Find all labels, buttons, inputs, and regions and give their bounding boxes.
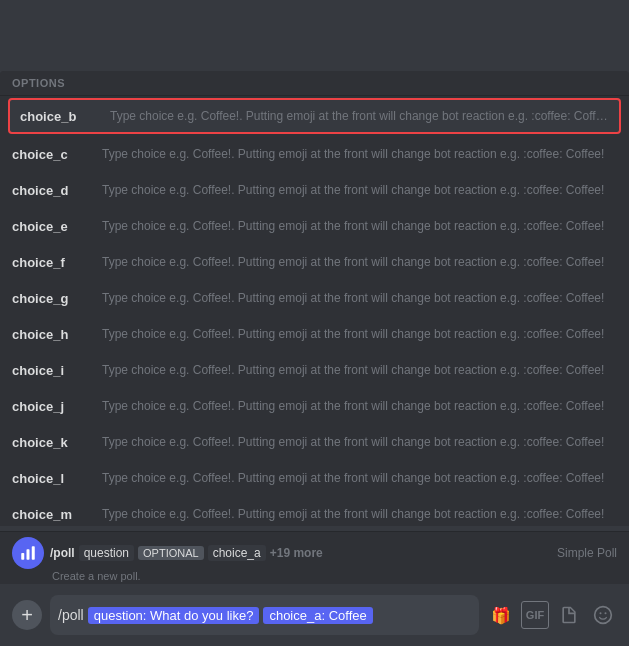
emoji-icon[interactable] xyxy=(589,601,617,629)
list-item[interactable]: choice_hType choice e.g. Coffee!. Puttin… xyxy=(0,316,629,352)
list-item[interactable]: choice_iType choice e.g. Coffee!. Puttin… xyxy=(0,352,629,388)
choice-description: Type choice e.g. Coffee!. Putting emoji … xyxy=(102,435,604,449)
choice-name: choice_d xyxy=(12,183,102,198)
choice-description: Type choice e.g. Coffee!. Putting emoji … xyxy=(102,507,604,521)
input-param-choice: choice_a: Coffee xyxy=(263,607,372,624)
list-item[interactable]: choice_bType choice e.g. Coffee!. Puttin… xyxy=(8,98,621,134)
input-area: + /poll question: What do you like? choi… xyxy=(0,584,629,646)
list-item[interactable]: choice_lType choice e.g. Coffee!. Puttin… xyxy=(0,460,629,496)
cmd-optional-badge: OPTIONAL xyxy=(138,546,204,560)
svg-rect-0 xyxy=(21,553,24,560)
choice-name: choice_b xyxy=(20,109,110,124)
choice-description: Type choice e.g. Coffee!. Putting emoji … xyxy=(102,363,604,377)
list-item[interactable]: choice_cType choice e.g. Coffee!. Puttin… xyxy=(0,136,629,172)
choice-name: choice_l xyxy=(12,471,102,486)
input-param-question: question: What do you like? xyxy=(88,607,260,624)
cmd-slash: /poll xyxy=(50,546,75,560)
list-item[interactable]: choice_fType choice e.g. Coffee!. Puttin… xyxy=(0,244,629,280)
choice-description: Type choice e.g. Coffee!. Putting emoji … xyxy=(102,147,604,161)
cmd-more: +19 more xyxy=(270,546,323,560)
choice-name: choice_h xyxy=(12,327,102,342)
choice-description: Type choice e.g. Coffee!. Putting emoji … xyxy=(102,399,604,413)
list-item[interactable]: choice_dType choice e.g. Coffee!. Puttin… xyxy=(0,172,629,208)
file-icon[interactable] xyxy=(555,601,583,629)
gift-icon[interactable]: 🎁 xyxy=(487,601,515,629)
choice-name: choice_e xyxy=(12,219,102,234)
cmd-param-choice: choice_a xyxy=(208,545,266,561)
command-hint-bar: /poll question OPTIONAL choice_a +19 mor… xyxy=(0,531,629,584)
cmd-sub: Create a new poll. xyxy=(12,570,617,582)
choice-list[interactable]: choice_bType choice e.g. Coffee!. Puttin… xyxy=(0,96,629,526)
svg-point-3 xyxy=(595,607,612,624)
choice-name: choice_c xyxy=(12,147,102,162)
choice-name: choice_f xyxy=(12,255,102,270)
autocomplete-panel: OPTIONS choice_bType choice e.g. Coffee!… xyxy=(0,71,629,526)
svg-point-4 xyxy=(600,612,602,614)
command-tags: /poll question OPTIONAL choice_a +19 mor… xyxy=(50,545,617,561)
choice-name: choice_j xyxy=(12,399,102,414)
list-item[interactable]: choice_jType choice e.g. Coffee!. Puttin… xyxy=(0,388,629,424)
list-item[interactable]: choice_kType choice e.g. Coffee!. Puttin… xyxy=(0,424,629,460)
choice-description: Type choice e.g. Coffee!. Putting emoji … xyxy=(102,255,604,269)
cmd-param-question: question xyxy=(79,545,134,561)
add-button[interactable]: + xyxy=(12,600,42,630)
choice-name: choice_i xyxy=(12,363,102,378)
toolbar-icons: 🎁 GIF xyxy=(487,601,617,629)
list-item[interactable]: choice_gType choice e.g. Coffee!. Puttin… xyxy=(0,280,629,316)
options-header: OPTIONS xyxy=(0,71,629,96)
svg-point-5 xyxy=(605,612,607,614)
gif-button[interactable]: GIF xyxy=(521,601,549,629)
choice-description: Type choice e.g. Coffee!. Putting emoji … xyxy=(102,291,604,305)
choice-name: choice_g xyxy=(12,291,102,306)
choice-description: Type choice e.g. Coffee!. Putting emoji … xyxy=(102,471,604,485)
choice-description: Type choice e.g. Coffee!. Putting emoji … xyxy=(110,109,609,123)
choice-name: choice_m xyxy=(12,507,102,522)
svg-rect-2 xyxy=(32,546,35,560)
choice-name: choice_k xyxy=(12,435,102,450)
choice-description: Type choice e.g. Coffee!. Putting emoji … xyxy=(102,327,604,341)
cmd-type: Simple Poll xyxy=(557,546,617,560)
command-icon xyxy=(12,537,44,569)
message-input[interactable]: /poll question: What do you like? choice… xyxy=(50,595,479,635)
svg-rect-1 xyxy=(27,549,30,560)
list-item[interactable]: choice_eType choice e.g. Coffee!. Puttin… xyxy=(0,208,629,244)
choice-description: Type choice e.g. Coffee!. Putting emoji … xyxy=(102,183,604,197)
poll-icon xyxy=(19,544,37,562)
input-command: /poll xyxy=(58,607,84,623)
list-item[interactable]: choice_mType choice e.g. Coffee!. Puttin… xyxy=(0,496,629,526)
choice-description: Type choice e.g. Coffee!. Putting emoji … xyxy=(102,219,604,233)
